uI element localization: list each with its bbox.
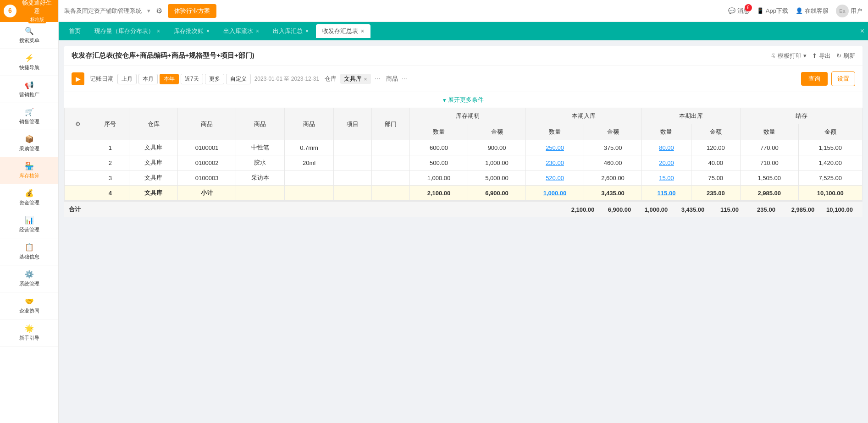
date-options: 上月 本月 本年 近7天 更多 自定义 [117,74,251,84]
sidebar-item-purchase[interactable]: 📦 采购管理 [0,130,58,157]
subtotal-open-qty: 2,100.00 [410,186,468,201]
row1-in-qty[interactable]: 250.00 [526,140,584,155]
tab-batch-label: 库存批次账 [174,27,204,35]
app-download-action[interactable]: 📱 App下载 [757,7,788,15]
avatar: Ea [836,5,849,17]
warehouse-tag[interactable]: 文具库 × [340,74,371,84]
tab-stock-dist-close[interactable]: × [157,28,160,34]
th-product-spec: 商品 [284,108,333,140]
product-filter-row: 商品 ··· [386,75,408,83]
tab-summary-close[interactable]: × [305,28,309,34]
row2-num: 2 [91,155,129,170]
trial-button[interactable]: 体验行业方案 [168,4,216,18]
title-actions: 🖨 模板打印 ▾ ⬆ 导出 ↻ 刷新 [770,52,855,60]
sidebar-item-guide[interactable]: 🌟 新手引导 [0,319,58,346]
sidebar-item-inventory[interactable]: 🏪 库存核算 [0,157,58,184]
th-open-qty: 数量 [410,124,468,140]
row2-in-qty[interactable]: 230.00 [526,155,584,170]
row1-settings [65,140,91,155]
message-action[interactable]: 💬 6 消息 [728,7,749,15]
sidebar-item-sales[interactable]: 🛒 销售管理 [0,103,58,130]
export-button[interactable]: ⬆ 导出 [812,52,831,60]
row3-out-qty[interactable]: 15.00 [642,170,691,186]
th-in-amt: 金额 [584,124,642,140]
tab-recv-summary-close[interactable]: × [361,28,364,34]
sidebar-item-finance[interactable]: 💰 资金管理 [0,184,58,211]
sidebar-item-label: 系统管理 [19,280,39,287]
subtotal-open-amt: 6,900.00 [468,186,526,201]
row2-in-amt: 460.00 [584,155,642,170]
th-opening-group: 库存期初 [410,108,526,124]
row1-out-qty[interactable]: 80.00 [642,140,691,155]
product-more-button[interactable]: ··· [402,75,408,83]
expand-chevron-icon: ▾ [443,97,446,104]
top-header: 装备及固定资产辅助管理系统 ▾ ⚙ 体验行业方案 💬 6 消息 📱 App下载 … [59,0,868,22]
guide-icon: 🌟 [25,324,34,333]
tab-flow-close[interactable]: × [256,28,259,34]
user-action[interactable]: Ea 用户 [836,5,862,17]
subtotal-label: 小计 [178,186,236,201]
tab-home[interactable]: 首页 [62,24,87,38]
row3-project [334,170,372,186]
warehouse-more-button[interactable]: ··· [375,75,381,83]
quick-icon: ⚡ [25,54,34,62]
row3-product-code: 0100003 [178,170,236,186]
row2-warehouse: 文具库 [129,155,178,170]
date-7days[interactable]: 近7天 [181,74,203,84]
tab-recv-summary[interactable]: 收发存汇总表 × [316,24,370,38]
date-prev-month[interactable]: 上月 [117,74,137,84]
print-button[interactable]: 🖨 模板打印 ▾ [770,52,807,60]
query-button[interactable]: 查询 [801,72,828,86]
logo-text: 畅捷通好生意 标准版 [19,0,55,23]
th-in-group: 本期入库 [526,108,642,124]
filter-toggle-button[interactable]: ▶ [72,72,84,85]
th-product-code: 商品 [178,108,236,140]
th-settings[interactable]: ⚙ [65,108,91,140]
subtotal-out-qty[interactable]: 115.00 [642,186,691,201]
operations-icon: 📊 [25,216,34,225]
tab-summary[interactable]: 出入库汇总 × [266,24,315,38]
app-icon: 📱 [757,7,764,14]
row1-out-amt: 120.00 [691,140,740,155]
dropdown-icon[interactable]: ▾ [147,7,150,14]
row2-out-qty[interactable]: 20.00 [642,155,691,170]
sidebar-item-search[interactable]: 🔍 搜索菜单 [0,22,58,49]
tab-stock-dist-label: 现存量（库存分布表） [94,27,154,35]
sidebar-item-marketing[interactable]: 📢 营销推广 [0,76,58,103]
purchase-icon: 📦 [25,135,34,143]
total-out-amt: 235.00 [748,206,785,213]
sidebar-item-label: 库存核算 [19,172,39,179]
expand-conditions-button[interactable]: ▾ 展开更多条件 [64,92,862,108]
th-department: 部门 [372,108,410,140]
online-service-action[interactable]: 👤 在线客服 [796,7,829,15]
sidebar-item-base[interactable]: 📋 基础信息 [0,238,58,265]
sidebar-item-system[interactable]: ⚙️ 系统管理 [0,265,58,292]
sidebar-item-enterprise[interactable]: 🤝 企业协同 [0,292,58,319]
print-icon: 🖨 [770,52,776,59]
setting-button[interactable]: 设置 [831,71,855,86]
tab-batch-close[interactable]: × [206,28,210,34]
tab-batch[interactable]: 库存批次账 × [167,24,216,38]
subtotal-out-amt: 235.00 [691,186,740,201]
sidebar-item-quick[interactable]: ⚡ 快捷导航 [0,49,58,76]
row3-close-amt: 7,525.00 [798,170,862,186]
tab-flow[interactable]: 出入库流水 × [217,24,265,38]
subtotal-in-qty[interactable]: 1,000.00 [526,186,584,201]
total-close-qty: 2,985.00 [785,206,821,213]
tab-bar-close[interactable]: × [860,27,864,35]
date-cur-year[interactable]: 本年 [160,74,179,84]
subtotal-col7 [372,186,410,201]
refresh-button[interactable]: ↻ 刷新 [836,52,855,60]
tab-stock-dist[interactable]: 现存量（库存分布表） × [88,24,166,38]
date-cur-month[interactable]: 本月 [138,74,158,84]
sidebar-item-operations[interactable]: 📊 经营管理 [0,211,58,238]
warehouse-tag-remove[interactable]: × [364,76,367,82]
gear-button[interactable]: ⚙ [156,6,162,15]
subtotal-close-amt: 10,100.00 [798,186,862,201]
total-open-amt: 6,900.00 [601,206,638,213]
row3-in-qty[interactable]: 520.00 [526,170,584,186]
date-custom[interactable]: 自定义 [226,74,251,84]
subtotal-col6 [334,186,372,201]
date-more[interactable]: 更多 [205,74,224,84]
table-footer: 合计 2,100.00 6,900.00 1,000.00 3,435.00 1… [64,201,862,217]
